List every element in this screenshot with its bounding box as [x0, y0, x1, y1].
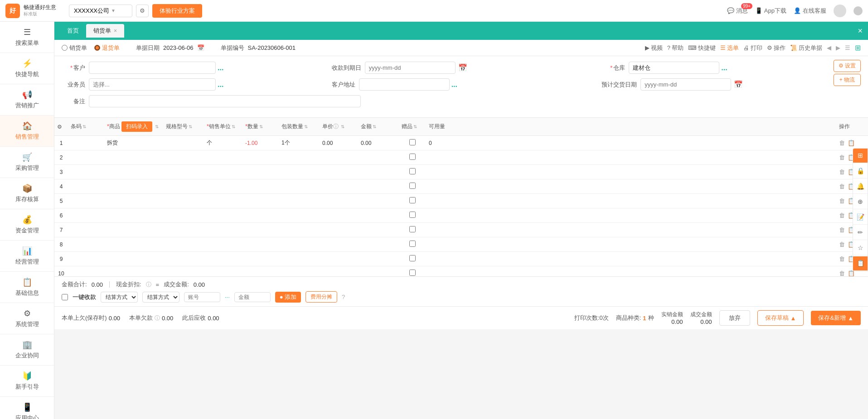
row-spec[interactable]	[163, 194, 204, 208]
sidebar-item-enterprise[interactable]: 🏢 企业协同	[0, 334, 54, 366]
row-barcode[interactable]	[68, 266, 104, 277]
rt-btn-8[interactable]: 📋	[853, 256, 868, 271]
account-dots[interactable]: ···	[225, 294, 230, 300]
fee-split-button[interactable]: 费用分摊	[305, 291, 337, 303]
warehouse-dots[interactable]: ...	[721, 64, 727, 72]
user-avatar[interactable]	[834, 5, 846, 17]
row-spec[interactable]	[163, 223, 204, 237]
row-amount[interactable]	[358, 208, 399, 223]
rt-btn-7[interactable]: ☆	[853, 241, 868, 255]
row-price[interactable]	[320, 179, 358, 194]
delete-icon[interactable]: 🗑	[839, 169, 845, 175]
delete-icon[interactable]: 🗑	[839, 183, 845, 190]
row-qty[interactable]: -1.00	[242, 136, 279, 150]
row-qty[interactable]	[242, 237, 279, 252]
select-link[interactable]: ☰ 选单	[720, 44, 739, 52]
save-draft-button[interactable]: 保存草稿 ▲	[757, 310, 804, 326]
row-qty[interactable]	[242, 223, 279, 237]
row-price[interactable]: 0.00	[320, 136, 358, 150]
row-price[interactable]	[320, 208, 358, 223]
row-barcode[interactable]	[68, 179, 104, 194]
delete-icon[interactable]: 🗑	[839, 197, 845, 204]
tab-close-icon[interactable]: ×	[114, 28, 117, 34]
sidebar-item-sales[interactable]: 🏠 销售管理	[0, 116, 54, 147]
row-barcode[interactable]	[68, 223, 104, 237]
salesperson-input[interactable]	[89, 78, 216, 91]
shortcut-link[interactable]: ⌨ 快捷键	[688, 44, 716, 52]
customer-dots[interactable]: ...	[218, 64, 223, 72]
row-product[interactable]	[104, 252, 163, 266]
sidebar-item-operations[interactable]: 📊 经营管理	[0, 241, 54, 272]
nav-next-btn[interactable]: ▶	[836, 44, 840, 51]
row-unit[interactable]	[204, 208, 242, 223]
nav-prev-btn[interactable]: ◀	[827, 44, 831, 51]
price-info-icon[interactable]: ⓘ	[333, 123, 339, 130]
row-pack-qty[interactable]	[279, 266, 320, 277]
expected-date-input[interactable]	[640, 78, 731, 91]
customer-addr-dots[interactable]: ...	[451, 81, 457, 89]
return-order-radio-input[interactable]	[94, 45, 100, 51]
help-link[interactable]: ? 帮助	[667, 44, 684, 52]
row-barcode[interactable]	[68, 136, 104, 150]
sidebar-item-marketing[interactable]: 📢 营销推广	[0, 84, 54, 116]
row-price[interactable]	[320, 266, 358, 277]
delete-icon[interactable]: 🗑	[839, 140, 845, 146]
sort-product[interactable]: ⇅	[155, 124, 159, 129]
row-barcode[interactable]	[68, 165, 104, 179]
row-amount[interactable]	[358, 179, 399, 194]
row-barcode[interactable]	[68, 237, 104, 252]
sidebar-item-appstore[interactable]: 📱 应用中心	[0, 397, 54, 419]
company-selector[interactable]: XXXXXX公司 ▼	[69, 5, 132, 17]
settings-button[interactable]: ⚙	[136, 5, 149, 17]
row-product[interactable]: 拆货	[104, 136, 163, 150]
amount-input[interactable]	[234, 292, 271, 302]
row-pack-qty[interactable]	[279, 194, 320, 208]
sort-qty[interactable]: ⇅	[259, 124, 263, 129]
layout-icon2[interactable]: ⊞	[855, 43, 861, 52]
row-price[interactable]	[320, 150, 358, 165]
sidebar-item-search[interactable]: ☰ 搜索菜单	[0, 22, 54, 53]
settings-button-form[interactable]: ⚙ 设置	[834, 60, 861, 72]
row-gift[interactable]	[399, 266, 426, 277]
rt-btn-6[interactable]: ✏	[853, 226, 868, 240]
tab-sales-order[interactable]: 销货单 ×	[86, 24, 124, 38]
row-unit[interactable]	[204, 266, 242, 277]
row-unit[interactable]	[204, 252, 242, 266]
add-payment-button[interactable]: ● 添加	[275, 292, 301, 303]
sales-order-radio-input[interactable]	[62, 45, 68, 51]
row-unit[interactable]	[204, 165, 242, 179]
row-gift[interactable]	[399, 150, 426, 165]
row-product[interactable]	[104, 223, 163, 237]
rt-btn-2[interactable]: 🔒	[853, 164, 868, 178]
tab-home[interactable]: 首页	[60, 24, 86, 38]
row-qty[interactable]	[242, 266, 279, 277]
print-link[interactable]: 🖨 打印	[743, 44, 762, 52]
salesperson-dots[interactable]: ...	[218, 81, 223, 89]
row-unit[interactable]	[204, 223, 242, 237]
warehouse-input[interactable]	[629, 62, 719, 74]
sidebar-item-quick-nav[interactable]: ⚡ 快捷导航	[0, 53, 54, 84]
row-spec[interactable]	[163, 208, 204, 223]
rt-btn-1[interactable]: ⊞	[853, 149, 868, 163]
row-spec[interactable]	[163, 266, 204, 277]
logistics-button[interactable]: + 物流	[834, 74, 861, 86]
expected-date-calendar-icon[interactable]: 📅	[734, 80, 743, 89]
row-pack-qty[interactable]	[279, 223, 320, 237]
cumulative-info-icon[interactable]: ⓘ	[155, 314, 160, 322]
date-calendar-icon[interactable]: 📅	[197, 44, 204, 51]
sidebar-item-inventory[interactable]: 📦 库存核算	[0, 178, 54, 209]
row-amount[interactable]	[358, 237, 399, 252]
return-order-radio[interactable]: 退货单	[94, 44, 120, 52]
row-pack-qty[interactable]: 1个	[279, 136, 320, 150]
table-container[interactable]: ⚙ 条码⇅ *商品 扫码录入 ⇅ 规格型号⇅	[54, 118, 868, 276]
customer-input[interactable]	[89, 62, 216, 74]
rt-btn-5[interactable]: 📝	[853, 210, 868, 225]
row-pack-qty[interactable]	[279, 237, 320, 252]
quick-pay-checkbox[interactable]	[62, 294, 68, 300]
history-link[interactable]: 📜 历史单据	[790, 44, 822, 52]
row-price[interactable]	[320, 165, 358, 179]
row-spec[interactable]	[163, 136, 204, 150]
online-service-button[interactable]: 👤 在线客服	[794, 7, 826, 15]
row-product[interactable]	[104, 208, 163, 223]
settlement-method-select[interactable]: 结算方式	[101, 292, 138, 303]
